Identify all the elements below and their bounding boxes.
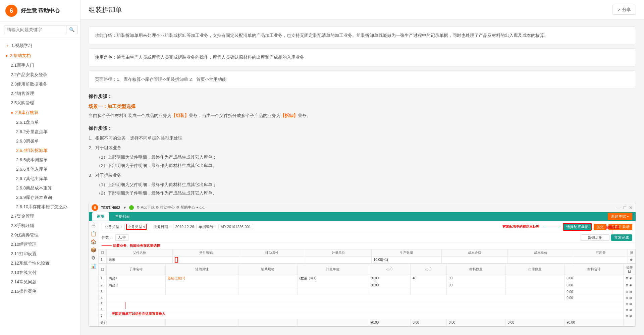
ss-th-checkbox: ☐ — [99, 249, 107, 256]
ss-count-label: 件数： — [102, 235, 113, 240]
ss-td2-op: ⊕ ⊗ — [624, 295, 636, 301]
ss-maximize[interactable]: □ — [624, 205, 626, 210]
ss-td2-mat-qty — [446, 289, 505, 295]
sidebar-item-data-prep[interactable]: 2.3使用前数据准备 — [0, 79, 80, 89]
ss-td2-seq: 5 — [99, 301, 107, 307]
ss-dropdown[interactable]: ▼ — [123, 206, 126, 210]
sidebar-item-purchase[interactable]: 2.5采购管理 — [0, 98, 80, 108]
search-button[interactable]: 🔍 — [66, 25, 78, 34]
ss-close[interactable]: ✕ — [629, 205, 633, 210]
ss-td-prod-qty: 10.00(+1) — [371, 256, 441, 263]
page-title: 组装拆卸单 — [89, 5, 122, 14]
ss-footer-label: 合计 — [99, 319, 166, 326]
sidebar-item-ops[interactable]: 2.10经营管理 — [0, 240, 80, 249]
search-bar: 🔍 — [0, 22, 80, 38]
ss-code-value[interactable]: AD-20191226-001 — [218, 224, 253, 229]
ss-count-value[interactable]: 人/件 — [115, 234, 128, 241]
ss-type-value[interactable]: 业务类型 v — [124, 224, 148, 230]
sidebar-item-help-docs[interactable]: ● 2.帮助文档 — [0, 51, 80, 61]
ss-td2-total: 0.00 — [565, 295, 624, 301]
ss-td2-seq: 6 — [99, 307, 107, 313]
ss-minimize[interactable]: — — [616, 205, 621, 210]
table-row: 1 米米 10.00(+1) — [99, 256, 636, 263]
sidebar-item-print[interactable]: 2.11打印设置 — [0, 249, 80, 259]
ss-code-label: 单据编号： — [199, 224, 217, 229]
sidebar-item-video-learning[interactable]: ＋ 1.视频学习 — [0, 41, 80, 51]
sidebar-item-coupon[interactable]: 2.9优惠券管理 — [0, 230, 80, 240]
step3-2: （2）下部明细为子件明细，最终作为产成品生成其它入库单。 — [97, 189, 636, 198]
ss-footer-v7: 0.00 — [505, 319, 565, 326]
plus-icon: ＋ — [5, 43, 9, 49]
sidebar-item-faq[interactable]: 2.14常见问题 — [0, 277, 80, 287]
step3-1: （1）上部明细为父件明细，最终作为原材料生成其它出库单； — [97, 181, 636, 189]
ss-td2-out-qty — [505, 282, 565, 289]
sidebar-item-assembly[interactable]: 2.6.4组装拆卸单 — [0, 146, 80, 155]
ss-btn-config[interactable]: 选择配置单据 — [563, 223, 592, 231]
sidebar-item-system[interactable]: 2.12系统个性化设置 — [0, 259, 80, 268]
ss-td2-name — [107, 289, 166, 295]
share-button[interactable]: ↗ 分享 — [612, 5, 636, 15]
ss-td2-seq: 4 — [99, 295, 107, 301]
sidebar-item-other-in[interactable]: 2.6.6其他入库单 — [0, 165, 80, 174]
sidebar-item-payment[interactable]: 2.13在线支付 — [0, 268, 80, 277]
sidebar-item-cost-adjust[interactable]: 2.6.5成本调整单 — [0, 155, 80, 165]
ss-td-pname: 米米 — [107, 256, 173, 263]
ss-btn-confirm[interactable]: 立发完成 — [611, 234, 632, 241]
sidebar-item-ledger-fix[interactable]: 2.6.10库存账本错了怎么办 — [0, 202, 80, 212]
ss-td2-seq: 1 — [99, 275, 107, 282]
ss-td2-op: ⊕ ⊗ — [624, 301, 636, 307]
table-row: 1 商品1 基础信息(+) (数量+)×(+) 30.00 40 90 — [99, 275, 636, 282]
sidebar-item-ledger-query[interactable]: 2.6.9库存账本查询 — [0, 193, 80, 202]
sidebar-item-transfer[interactable]: 2.6.3调拨单 — [0, 136, 80, 146]
ss-td2-attr — [165, 289, 238, 295]
ss-main-layout: ☰ 📋 🏠 📦 ⚙ 📊 业务类型： — [89, 221, 636, 326]
ss-btn-new-doc[interactable]: 新建单据 + — [608, 213, 632, 220]
ss-td-seq: 1 — [99, 256, 107, 263]
ss-btn-submit[interactable]: 提交 — [594, 224, 606, 230]
sidebar-item-stock-count[interactable]: 2.6.1盘点单 — [0, 118, 80, 127]
ss-date-value[interactable]: 2019-12-26 — [173, 224, 197, 229]
ss-icon-4: 📦 — [91, 247, 96, 253]
ss-type-selector[interactable]: 业务类型： 业务类型 v — [102, 223, 151, 231]
ss-tab-list[interactable]: 单据列表 — [110, 212, 135, 221]
ss-td2-spec — [238, 275, 297, 282]
ss-td2-total: 0.00 — [565, 289, 624, 295]
ss-td2-unit: (数量+)×(+) — [297, 275, 368, 282]
sidebar-item-new-user[interactable]: 2.1新手入门 — [0, 61, 80, 70]
ss-th2-op: 操作M — [624, 264, 636, 275]
sidebar-item-mobile[interactable]: 2.8手机旺铺 — [0, 221, 80, 230]
ss-td2-mat-qty: 90 — [446, 282, 505, 289]
ss-annotation2-text: 组装业务、拆卸业务在这里选择 — [113, 243, 160, 248]
sidebar-item-cases[interactable]: 2.15操作案例 — [0, 287, 80, 296]
ss-td2-op: ⊕ ⊗ — [624, 313, 636, 319]
ss-th2-out2: 出 0 — [411, 264, 447, 275]
ss-arrow2-line — [102, 245, 112, 246]
ss-annotation2-group: 组装业务、拆卸业务在这里选择 — [102, 243, 160, 248]
ss-th2-attr: 辅助属性 — [165, 264, 238, 275]
sidebar-item-finance[interactable]: 2.7资金管理 — [0, 212, 80, 221]
sidebar: 6 好生意 帮助中心 🔍 ＋ 1.视频学习 ● 2.帮助文档 2.1新手入门 2… — [0, 0, 80, 335]
ss-status-dot — [129, 205, 134, 210]
sidebar-item-install[interactable]: 2.2产品安装及登录 — [0, 70, 80, 79]
ss-icon-6: 📊 — [91, 263, 96, 269]
ss-td2-unit — [297, 282, 368, 289]
role-block: 使用角色：通常由生产人员或库管人员完成拆装业务的操作，库管人员确认原材料的出库和… — [89, 48, 636, 66]
ss-th2-spec: 辅助规格 — [238, 264, 297, 275]
scene-desc: 当由多个子件材料组装成一个成品的业务为【组装】业务，当由一个父件拆分成多个子产品… — [89, 112, 636, 120]
ss-td-pcode — [173, 256, 239, 263]
sidebar-item-partial-count[interactable]: 2.6.2分量盘点单 — [0, 127, 80, 136]
sidebar-item-other-out[interactable]: 2.6.7其他出库单 — [0, 174, 80, 183]
ss-annotation3: 启用处理 — [605, 225, 619, 230]
ss-tab-new[interactable]: 新增 — [92, 212, 109, 221]
sidebar-item-sales[interactable]: 2.4销售管理 — [0, 89, 80, 98]
ss-td2-unit — [297, 289, 368, 295]
ss-type-label: 业务类型： — [105, 224, 123, 229]
ss-td2-out1: 30.00 — [368, 275, 411, 282]
ss-th2-out-qty: 出库数量 — [505, 264, 565, 275]
sidebar-item-cost-recalc[interactable]: 2.6.8商品成本重算 — [0, 183, 80, 193]
sidebar-item-inventory[interactable]: ● 2.6库存核算 — [0, 108, 80, 118]
ss-store-field[interactable]: 货销店用 — [581, 234, 609, 241]
ss-td2-out2: 40 — [411, 275, 447, 282]
search-input[interactable] — [4, 25, 66, 34]
ss-td-avail — [574, 256, 628, 263]
